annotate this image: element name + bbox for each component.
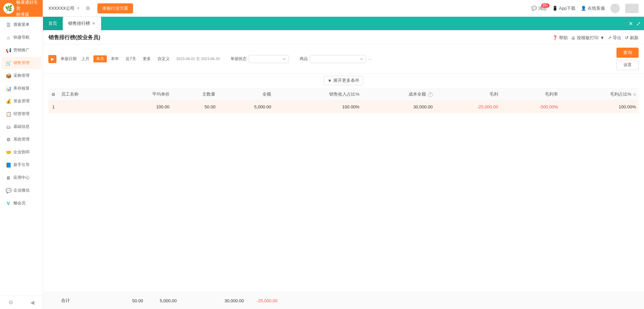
goods-more-icon[interactable]: ··· [368, 57, 372, 61]
top-header: XXXXXX公司 ▼ ⚙ 体验行业方案 💬 消息 99+ 📱 App下载 👤 在… [43, 0, 644, 17]
data-table: ⚙ 员工名称 平均单价 主数量 全额 [48, 88, 639, 113]
export-button[interactable]: ↗ 导出 [608, 35, 621, 41]
sidebar-logo: 🌿 畅康通好生意 标准版 [0, 0, 43, 17]
sidebar-item-finance[interactable]: 💰 资金管理 [1, 95, 41, 107]
page-actions: ❓ 帮助 🖨 按模板打印 ▼ ↗ 导出 ↺ 刷新 [552, 35, 639, 41]
date-tab-7days[interactable]: 近7天 [123, 55, 139, 62]
tab-close-icon[interactable]: ✕ [92, 21, 95, 26]
date-tab-last-month[interactable]: 上月 [79, 55, 92, 62]
table-row: 1 100.00 50.00 5,000.00 100.00% 30,000.0… [48, 101, 639, 113]
date-filter-label: 单据日期 [60, 56, 77, 62]
home-icon: ⌂ [5, 35, 11, 40]
sidebar-item-collab[interactable]: 🤝 企业协同 [1, 146, 41, 158]
filter-arrow-button[interactable]: ▶ [48, 55, 56, 63]
refresh-icon: ↺ [625, 35, 629, 40]
date-tab-more[interactable]: 更多 [140, 55, 154, 62]
tab-bar: 首页 销售排行榜 ✕ ✕ ⤢ [43, 17, 644, 30]
basics-icon: 🗂 [5, 124, 11, 130]
cell-gross: -25,000.00 [435, 101, 501, 113]
table-container: ⚙ 员工名称 平均单价 主数量 全额 [43, 88, 644, 292]
tab-bar-right: ✕ ⤢ [625, 17, 644, 30]
print-dropdown-icon: ▼ [600, 35, 604, 40]
tab-home-label: 首页 [48, 20, 57, 27]
sidebar: 🌿 畅康通好生意 标准版 ☰ 搜索菜单 ⌂ 快捷导航 📢 营销推广 🛒 销售管理… [0, 0, 43, 309]
goods-input[interactable] [310, 55, 366, 63]
expand-icon: ▼ [328, 78, 332, 83]
user-avatar[interactable] [610, 4, 620, 13]
sidebar-item-purchase[interactable]: 📦 采购管理 [1, 69, 41, 82]
col-gross-pct: 毛利占比% ⇅ [561, 88, 639, 101]
sidebar-item-search[interactable]: ☰ 搜索菜单 [1, 18, 41, 31]
online-service-button[interactable]: 👤 在线客服 [581, 5, 605, 11]
search-menu-icon: ☰ [5, 22, 11, 28]
expand-label: 展开更多条件 [333, 78, 359, 84]
date-tab-this-year[interactable]: 本年 [108, 55, 122, 62]
query-button[interactable]: 查询 [616, 48, 639, 58]
settings-button[interactable]: 设置 [616, 60, 639, 70]
header-settings-button[interactable]: ⚙ [83, 4, 93, 13]
sidebar-item-basics[interactable]: 🗂 基础信息 [1, 120, 41, 133]
help-icon: ❓ [552, 35, 558, 40]
footer-cost: 30,000.00 [213, 296, 247, 305]
tab-bar-close-icon[interactable]: ✕ [629, 20, 633, 27]
footer-gross: -25,000.00 [247, 296, 280, 305]
col-settings[interactable]: ⚙ [48, 88, 58, 101]
cell-sales-pct: 100.00% [274, 101, 362, 113]
purchase-icon: 📦 [5, 73, 11, 79]
date-tabs: 上月 本月 本年 近7天 更多 自定义 [79, 55, 172, 62]
sidebar-nav: ☰ 搜索菜单 ⌂ 快捷导航 📢 营销推广 🛒 销售管理 📦 采购管理 📊 库存核… [0, 17, 43, 296]
system-icon: ⚙ [5, 137, 11, 142]
cell-gross-rate: -500.00% [501, 101, 561, 113]
tab-home[interactable]: 首页 [43, 17, 63, 30]
sidebar-settings-button[interactable]: ⚙ [8, 299, 13, 306]
status-filter: 单据状态 [230, 55, 289, 63]
online-service-label: 在线客服 [588, 5, 605, 11]
export-icon: ↗ [608, 35, 611, 40]
appcenter-icon: 🖥 [5, 175, 11, 181]
help-button[interactable]: ❓ 帮助 [552, 35, 568, 41]
gross-pct-sort-icon[interactable]: ⇅ [633, 93, 636, 96]
sidebar-item-operations[interactable]: 📋 经营管理 [1, 108, 41, 120]
expand-more-button[interactable]: ▼ 展开更多条件 [324, 76, 363, 85]
sidebar-item-marketing[interactable]: 📢 营销推广 [1, 44, 41, 56]
company-selector[interactable]: XXXXXX公司 ▼ [48, 5, 80, 11]
sidebar-item-wechat[interactable]: 💬 企业微信 [1, 184, 41, 197]
footer-qty: 50.00 [119, 296, 146, 305]
content-area: 销售排行榜(按业务员) ❓ 帮助 🖨 按模板打印 ▼ ↗ 导出 [43, 30, 644, 309]
operations-icon: 📋 [5, 111, 11, 117]
sidebar-item-sales[interactable]: 🛒 销售管理 [1, 57, 41, 69]
footer-gross-rate [280, 299, 307, 303]
marketing-icon: 📢 [5, 48, 11, 53]
sidebar-item-guide[interactable]: 📘 新手引导 [1, 159, 41, 171]
date-filter: 单据日期 上月 本月 本年 近7天 更多 自定义 [60, 55, 172, 62]
filter-arrow-icon: ▶ [51, 57, 54, 61]
inventory-icon: 📊 [5, 86, 11, 91]
print-button[interactable]: 🖨 按模板打印 ▼ [571, 35, 604, 41]
filter-bar: ▶ 单据日期 上月 本月 本年 近7天 更多 自定义 2023-06-01 至 [43, 44, 644, 74]
message-button[interactable]: 💬 消息 99+ [531, 5, 547, 11]
sidebar-item-inventory[interactable]: 📊 库存核算 [1, 82, 41, 95]
page-title: 销售排行榜(按业务员) [48, 34, 100, 41]
sidebar-item-member[interactable]: V 畅会员 [1, 197, 41, 209]
status-select[interactable] [249, 55, 289, 63]
app-download-button[interactable]: 📱 App下载 [552, 5, 575, 11]
date-tab-this-month[interactable]: 本月 [93, 55, 107, 62]
cost-info-icon[interactable]: ? [428, 92, 433, 97]
sidebar-item-system[interactable]: ⚙ 系统管理 [1, 133, 41, 146]
sidebar-item-quicknav[interactable]: ⌂ 快捷导航 [1, 31, 41, 44]
logo-icon: 🌿 [3, 3, 14, 14]
date-tab-custom[interactable]: 自定义 [155, 55, 172, 62]
date-range-text: 2023-06-01 至 2023-06-30 [176, 56, 220, 61]
message-icon: 💬 [531, 6, 537, 11]
refresh-button[interactable]: ↺ 刷新 [625, 35, 639, 41]
date-range-display: 2023-06-01 至 2023-06-30 [176, 56, 220, 61]
cell-gross-pct: 100.00% [561, 101, 639, 113]
sidebar-item-appcenter[interactable]: 🖥 应用中心 [1, 171, 41, 184]
finance-icon: 💰 [5, 99, 11, 104]
message-badge: 99+ [541, 3, 550, 8]
col-employee-name: 员工名称 [58, 88, 115, 101]
tab-bar-restore-icon[interactable]: ⤢ [636, 20, 641, 27]
sidebar-collapse-button[interactable]: ◀ [30, 299, 34, 306]
tab-sales-ranking[interactable]: 销售排行榜 ✕ [63, 17, 101, 30]
trial-button[interactable]: 体验行业方案 [97, 3, 133, 13]
